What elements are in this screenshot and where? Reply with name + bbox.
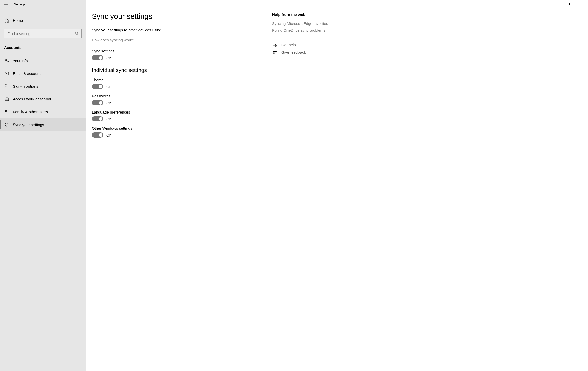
sync-settings-toggle-row: On — [92, 55, 266, 60]
window-title: Settings — [14, 3, 25, 6]
maximize-icon — [569, 3, 572, 5]
search-input[interactable] — [4, 29, 81, 38]
window-controls — [554, 0, 588, 8]
svg-line-9 — [8, 87, 8, 87]
close-icon — [581, 3, 584, 5]
sidebar-item-your-info[interactable]: Your info — [0, 54, 86, 67]
other-windows-label: Other Windows settings — [92, 126, 266, 130]
sidebar-item-label: Sign-in options — [13, 84, 38, 88]
sidebar-item-label: Family & other users — [13, 110, 48, 114]
sync-settings-toggle[interactable] — [92, 55, 103, 60]
svg-text:?: ? — [275, 45, 276, 47]
passwords-label: Passwords — [92, 94, 266, 98]
svg-point-12 — [5, 110, 6, 111]
help-link-onedrive-sync[interactable]: Fixing OneDrive sync problems — [272, 28, 348, 32]
svg-line-1 — [77, 34, 78, 35]
home-icon — [4, 18, 9, 23]
maximize-button[interactable] — [565, 0, 577, 8]
sync-description: Sync your settings to other devices usin… — [92, 28, 266, 32]
briefcase-icon — [4, 97, 9, 101]
feedback-label: Give feedback — [281, 50, 306, 54]
mail-icon — [4, 71, 9, 76]
give-feedback-action[interactable]: Give feedback — [272, 50, 348, 54]
help-link-edge-favorites[interactable]: Syncing Microsoft Edge favorites — [272, 21, 348, 26]
get-help-label: Get help — [281, 43, 296, 47]
language-prefs-toggle-row: On — [92, 116, 266, 121]
chat-help-icon: ? — [272, 43, 277, 47]
close-button[interactable] — [577, 0, 588, 8]
other-windows-toggle[interactable] — [92, 132, 103, 138]
sidebar-item-family-users[interactable]: Family & other users — [0, 105, 86, 118]
help-panel: Help from the web Syncing Microsoft Edge… — [272, 0, 354, 371]
sidebar-item-label: Email & accounts — [13, 71, 42, 76]
theme-toggle[interactable] — [92, 84, 103, 89]
main: Sync your settings Sync your settings to… — [86, 0, 588, 371]
svg-point-7 — [5, 84, 7, 86]
key-icon — [4, 84, 9, 88]
toggle-state-text: On — [106, 101, 111, 105]
svg-rect-18 — [275, 51, 276, 52]
svg-rect-20 — [570, 3, 572, 5]
toggle-state-text: On — [106, 56, 111, 60]
back-button[interactable] — [0, 0, 11, 9]
sidebar-item-email-accounts[interactable]: Email & accounts — [0, 67, 86, 80]
language-prefs-label: Language preferences — [92, 110, 266, 114]
sidebar-item-label: Access work or school — [13, 97, 51, 101]
theme-label: Theme — [92, 78, 266, 82]
sidebar-item-label: Your info — [13, 59, 28, 63]
theme-toggle-row: On — [92, 84, 266, 89]
page-title: Sync your settings — [92, 12, 266, 21]
help-title: Help from the web — [272, 12, 348, 17]
individual-sync-heading: Individual sync settings — [92, 67, 266, 73]
people-icon — [4, 110, 9, 114]
search-icon — [75, 32, 79, 36]
sync-icon — [4, 122, 9, 127]
sidebar-home[interactable]: Home — [0, 16, 86, 25]
minimize-button[interactable] — [554, 0, 565, 8]
minimize-icon — [558, 3, 561, 5]
language-prefs-toggle[interactable] — [92, 116, 103, 121]
content: Sync your settings Sync your settings to… — [86, 0, 272, 371]
get-help-action[interactable]: ? Get help — [272, 43, 348, 47]
svg-point-2 — [5, 59, 7, 61]
feedback-icon — [272, 50, 277, 54]
sidebar: Settings Home Accounts Your info Email &… — [0, 0, 86, 371]
person-card-icon — [4, 59, 9, 63]
svg-point-17 — [273, 51, 275, 52]
search-wrap — [4, 29, 82, 38]
passwords-toggle[interactable] — [92, 100, 103, 105]
passwords-toggle-row: On — [92, 100, 266, 105]
sidebar-item-label: Sync your settings — [13, 122, 44, 127]
toggle-state-text: On — [106, 117, 111, 121]
other-windows-toggle-row: On — [92, 132, 266, 138]
sidebar-section-header: Accounts — [0, 45, 86, 50]
titlebar: Settings — [0, 0, 86, 9]
sidebar-item-sign-in-options[interactable]: Sign-in options — [0, 80, 86, 93]
sidebar-item-sync-settings[interactable]: Sync your settings — [0, 118, 86, 131]
svg-point-0 — [75, 32, 78, 34]
toggle-state-text: On — [106, 85, 111, 89]
how-syncing-works-link[interactable]: How does syncing work? — [92, 38, 134, 42]
arrow-left-icon — [4, 2, 8, 6]
sidebar-home-label: Home — [13, 18, 23, 23]
sidebar-item-access-work-school[interactable]: Access work or school — [0, 93, 86, 105]
sync-settings-label: Sync settings — [92, 49, 266, 53]
toggle-state-text: On — [106, 133, 111, 137]
